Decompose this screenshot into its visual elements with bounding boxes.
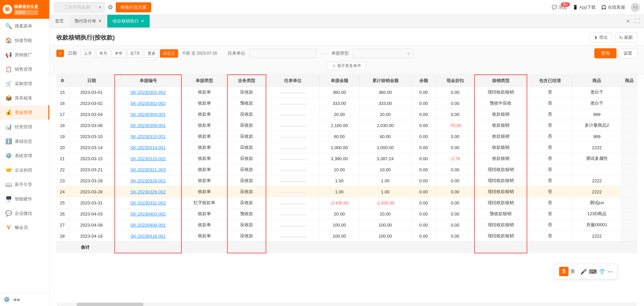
sidebar-item-member[interactable]: V 畅会员 [0,221,49,235]
cell-doc-no[interactable]: SK-20230304-001 [115,109,182,120]
refresh-button[interactable]: ↻ 刷新 [615,33,637,43]
query-button[interactable]: 查询 [594,48,616,58]
tab-prepay-close-icon[interactable]: ✕ [98,19,102,23]
date-this-month-button[interactable]: 本月 [96,49,110,58]
cell-doc-no[interactable]: SK-20230331-002 [115,197,182,208]
cell-accum: 20.00 [359,208,411,220]
col-doc-no: 单据编号 [115,75,182,87]
collapse-icon[interactable]: ◀◀ [13,297,19,302]
footer-accum [359,242,411,253]
cell-included: 否 [527,186,572,197]
page-header: 收款核销执行(按收款) ⬆ 导出 ↻ 刷新 [50,28,644,45]
cell-no: 23 [56,175,68,186]
shirt-icon[interactable]: 👕 [599,268,605,275]
date-custom-button[interactable]: 自定义 [160,49,178,58]
cell-doc-no[interactable]: SK-20230418-001 [115,231,182,242]
footer-included [527,242,572,253]
cell-doc-no[interactable]: SK-20230315-002 [115,153,182,164]
cell-amount: 100.00 [319,220,359,231]
footer-cancel-type [475,242,527,253]
user-avatar[interactable]: Rit [631,3,640,12]
expand-tab-icon[interactable]: ⛶ [633,17,641,25]
sidebar-item-hardware[interactable]: 🖥️ 智能硬件 [0,192,49,206]
cell-product2 [622,109,637,120]
keyboard-icon[interactable]: ⌨ [589,268,597,275]
mic-icon[interactable]: 🎤 [580,268,587,275]
sidebar-item-label: 经营管理 [15,124,32,130]
cell-doc-type: 收款单 [181,120,227,131]
tab-home[interactable]: 首页 [50,15,69,27]
tab-collection[interactable]: 收款核销执行 ✕ [107,15,150,27]
cell-doc-type: 收款单 [181,164,227,175]
close-tab-icon[interactable]: ✕ [624,17,632,25]
cell-product1: 衣服00001 [572,220,621,231]
horizontal-scrollbar[interactable] [56,303,637,306]
cell-partner [266,231,319,242]
sidebar-item-collab[interactable]: 🤝 企业协同 [0,163,49,177]
topbar-left: 工作空间名称 ▾ ⚙ 体验行业方案 [54,2,549,13]
cell-discount: 0.00 [436,109,475,120]
more-icon[interactable]: ⋯ [607,268,613,275]
cell-amount: 1.00 [319,186,359,197]
solution-button[interactable]: 体验行业方案 [116,2,151,12]
tab-collection-close-icon[interactable]: ✕ [141,19,144,23]
table-row: 26 2023-04-03 SK-20230403-002 收款单 预收款 20… [56,208,637,220]
cell-doc-no[interactable]: SK-20230301-002 [115,87,182,98]
cell-product2 [622,153,637,164]
cell-product2 [622,98,637,109]
sidebar-item-search[interactable]: 🔍 搜索菜单 [0,19,49,33]
cell-doc-no[interactable]: SK-20230308-001 [115,120,182,131]
cell-doc-no[interactable]: SK-20230403-002 [115,208,182,220]
cell-partner [266,98,319,109]
app-download-button[interactable]: 📱 App下载 [573,4,596,10]
sidebar-item-guide[interactable]: 📖 新手引导 [0,177,49,192]
date-last-7days-button[interactable]: 近7天 [127,49,144,58]
sidebar-item-purchase[interactable]: 🛒 采购管理 [0,76,49,91]
tab-prepay[interactable]: 预付应付单 ✕ [69,15,107,27]
sidebar-item-sales[interactable]: 📋 销售管理 [0,62,49,76]
settings-filter-button[interactable]: 设置 [619,48,637,58]
voucher-type-select[interactable]: ▾ [353,49,413,58]
date-last-month-button[interactable]: 上月 [81,49,95,58]
cell-date: 2023-04-03 [68,208,115,220]
message-icon: 💬 [552,5,557,10]
cell-doc-no[interactable]: SK-20230321-003 [115,164,182,175]
message-button[interactable]: 💬 消息 99+ [552,4,567,10]
cell-doc-no[interactable]: SK-20230310-001 [115,131,182,142]
date-this-year-button[interactable]: 本年 [112,49,126,58]
cell-biz-type: 预收款 [227,98,266,109]
online-service-button[interactable]: 🎧 在线客服 [601,4,625,10]
col-settings[interactable]: ⚙ [56,75,68,87]
expand-conditions-button[interactable]: ∨ 展开更多条件 [327,62,366,70]
cell-included: 否 [527,109,572,120]
sidebar-item-inventory[interactable]: 📦 库存核算 [0,91,49,105]
table-row: 18 2023-03-08 SK-20230308-001 收款单 应收款 2,… [56,120,637,131]
cell-discount: 0.00 [436,208,475,220]
cell-partner [266,175,319,186]
date-more-button[interactable]: 更多 [145,49,159,58]
sidebar-item-system[interactable]: ⚙️ 系统管理 [0,148,49,163]
partner-input[interactable] [249,49,316,58]
sidebar-item-management[interactable]: 📊 经营管理 [0,120,49,134]
filter-toggle-button[interactable]: » [56,50,64,57]
cell-doc-no[interactable]: SK-20230408-001 [115,220,182,231]
sidebar-item-basic[interactable]: ℹ️ 基础信息 [0,134,49,148]
settings-icon[interactable]: ⚙ [108,4,113,11]
cell-doc-type: 收款单 [181,231,227,242]
cell-amount: 20.00 [319,109,359,120]
settings-bottom-icon[interactable]: ⚙️ [3,296,10,303]
cell-no: 20 [56,142,68,153]
sidebar-item-wechat[interactable]: 💬 企业微信 [0,206,49,221]
cell-balance: 0.00 [411,164,436,175]
cell-doc-no[interactable]: SK-20230314-001 [115,142,182,153]
cell-doc-no[interactable]: SK-20230328-002 [115,186,182,197]
sidebar-item-quicknav[interactable]: 🏠 快捷导航 [0,33,49,48]
workspace-selector[interactable]: 工作空间名称 ▾ [54,2,105,13]
sidebar-item-marketing[interactable]: 📢 营销推广 [0,48,49,62]
cell-doc-no[interactable]: SK-20230328-001 [115,175,182,186]
scrollbar-thumb[interactable] [76,303,144,306]
sidebar-item-finance[interactable]: 💰 资金管理 [0,105,49,120]
export-button[interactable]: ⬆ 导出 [590,33,612,43]
col-product1: 商品 [572,75,621,87]
cell-doc-no[interactable]: SK-20230302-002 [115,98,182,109]
